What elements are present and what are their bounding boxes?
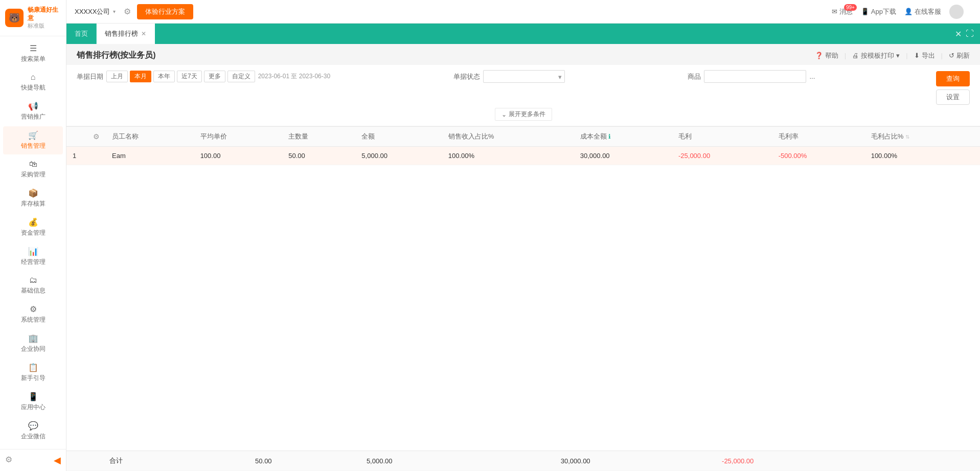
app-label: App下载 [871,7,896,16]
tab-close-icon[interactable]: ✕ [141,30,146,37]
page-content: 销售排行榜(按业务员) ❓ 帮助 | 🖨 按模板打印 ▾ | ⬇ 导出 | [66,44,980,471]
sidebar-item-operations[interactable]: 📊 经营管理 [3,242,63,271]
status-select[interactable] [483,70,565,83]
sidebar-icon-marketing: 📢 [28,101,38,111]
export-label: 导出 [922,51,935,60]
th-sales-pct: 销售收入占比% [442,127,574,147]
table-footer: 合计 50.00 5,000.00 30,000.00 -25,000.00 [66,451,980,471]
sidebar: 🐻 畅康通好生意 标准版 ☰ 搜索菜单 ⌂ 快捷导航 📢 营销推广 🛒 销售管理… [0,0,66,471]
sidebar-icon-guide: 📋 [28,363,38,372]
tab-home-label: 首页 [75,29,88,38]
tab-sales-ranking-label: 销售排行榜 [105,29,138,38]
sidebar-item-marketing[interactable]: 📢 营销推广 [3,97,63,125]
sidebar-icon-enterprise-wechat: 💬 [28,421,38,431]
expand-conditions-btn[interactable]: ⌄ 展开更多条件 [495,108,552,121]
table-header-row: ⚙ 员工名称 平均单价 主数量 全额 销售收入占比% 成本全额 ℹ 毛利 毛利率 [66,127,980,147]
sidebar-label-base-info: 基础信息 [21,286,45,295]
row-main-qty: 50.00 [282,147,355,165]
avatar[interactable] [949,5,964,19]
sidebar-item-guide[interactable]: 📋 新手引导 [3,358,63,387]
tab-home[interactable]: 首页 [66,24,97,44]
tabbar-actions: ✕ ⛶ [955,29,980,39]
message-btn[interactable]: ✉ 消息 99+ [832,7,853,16]
row-cost-amount: 30,000.00 [574,147,672,165]
collapse-icon[interactable]: ◀ [54,455,61,466]
sidebar-item-base-info[interactable]: 🗂 基础信息 [3,272,63,299]
footer-main-qty: 50.00 [249,451,360,471]
tab-close-window-icon[interactable]: ✕ [955,29,962,39]
th-employee: 员工名称 [106,127,194,147]
sidebar-item-enterprise[interactable]: 🏢 企业协同 [3,329,63,357]
company-name: XXXXX公司 [75,7,110,16]
cost-help-icon[interactable]: ℹ [608,133,611,140]
date-range-display: 2023-06-01 至 2023-06-30 [258,72,330,81]
page-actions: ❓ 帮助 | 🖨 按模板打印 ▾ | ⬇ 导出 | ↺ 刷新 [815,51,970,60]
th-main-qty: 主数量 [282,127,355,147]
row-amount: 5,000.00 [355,147,442,165]
sidebar-label-sales: 销售管理 [21,142,45,150]
company-dropdown-icon: ▾ [113,9,116,14]
sidebar-item-enterprise-wechat[interactable]: 💬 企业微信 [3,417,63,445]
service-btn[interactable]: 👤 在线客服 [904,7,941,16]
period-btn-more[interactable]: 更多 [204,71,225,82]
sidebar-item-search-order[interactable]: ☰ 搜索菜单 [3,39,63,68]
row-index: 1 [66,147,87,165]
footer-gross-profit: -25,000.00 [716,451,885,471]
sidebar-item-finance[interactable]: 💰 资金管理 [3,213,63,241]
gross-sort-icon[interactable]: ⇅ [905,134,909,140]
logo-area: 🐻 畅康通好生意 标准版 [0,0,66,36]
sidebar-item-system[interactable]: ⚙ 系统管理 [3,300,63,328]
tab-sales-ranking[interactable]: 销售排行榜 ✕ [97,24,155,44]
app-download-btn[interactable]: 📱 App下载 [861,7,896,16]
refresh-label: 刷新 [956,51,970,60]
sidebar-icon-operations: 📊 [28,246,38,256]
export-btn[interactable]: ⬇ 导出 [914,51,935,60]
data-table-container: ⚙ 员工名称 平均单价 主数量 全额 销售收入占比% 成本全额 ℹ 毛利 毛利率 [66,126,980,451]
sidebar-label-system: 系统管理 [21,316,45,324]
sidebar-label-quick-nav: 快捷导航 [21,83,45,92]
period-btn-7days[interactable]: 近7天 [177,71,202,82]
settings-icon[interactable]: ⚙ [5,455,12,466]
sidebar-item-inventory[interactable]: 📦 库存核算 [3,184,63,212]
sidebar-label-purchase: 采购管理 [21,170,45,179]
sidebar-icon-search-order: ☰ [30,43,37,53]
topbar-gear-icon[interactable]: ⚙ [124,7,131,16]
sidebar-icon-quick-nav: ⌂ [31,73,36,82]
table-row: 1 Eam 100.00 50.00 5,000.00 100.00% 30,0… [66,147,980,165]
service-label: 在线客服 [915,7,941,16]
sidebar-item-quick-nav[interactable]: ⌂ 快捷导航 [3,69,63,96]
period-btn-this-year[interactable]: 本年 [153,71,175,82]
export-icon: ⬇ [914,52,920,59]
refresh-icon: ↺ [949,52,954,59]
main-area: XXXXX公司 ▾ ⚙ 体验行业方案 ✉ 消息 99+ 📱 App下载 👤 在线… [66,0,980,471]
sidebar-item-app-center[interactable]: 📱 应用中心 [3,388,63,416]
sidebar-label-enterprise: 企业协同 [21,345,45,353]
template-print-btn[interactable]: 🖨 按模板打印 ▾ [852,51,900,60]
goods-input[interactable] [704,70,806,83]
help-link[interactable]: ❓ 帮助 [815,51,838,60]
message-icon: ✉ [832,8,837,15]
period-btn-last-month[interactable]: 上月 [106,71,128,82]
tabbar: 首页 销售排行榜 ✕ ✕ ⛶ [66,24,980,44]
app-icon: 📱 [861,8,869,15]
status-label: 单据状态 [453,72,480,81]
more-filter-btn[interactable]: ... [809,73,815,80]
query-btn[interactable]: 查询 [936,71,970,86]
th-gross-rate: 毛利率 [772,127,865,147]
period-btn-custom[interactable]: 自定义 [227,71,255,82]
tab-expand-icon[interactable]: ⛶ [966,29,974,38]
refresh-btn[interactable]: ↺ 刷新 [949,51,970,60]
print-icon: 🖨 [852,52,859,59]
help-label: 帮助 [825,51,838,60]
sidebar-item-purchase[interactable]: 🛍 采购管理 [3,155,63,183]
settings-btn[interactable]: 设置 [936,89,970,105]
sidebar-icon-base-info: 🗂 [29,276,37,285]
company-selector[interactable]: XXXXX公司 ▾ [75,7,116,16]
sidebar-item-sales[interactable]: 🛒 销售管理 [3,126,63,154]
row-avg-price: 100.00 [194,147,283,165]
column-settings-icon[interactable]: ⚙ [93,132,100,141]
footer-table: 合计 50.00 5,000.00 30,000.00 -25,000.00 [66,451,980,471]
period-btn-this-month[interactable]: 本月 [130,71,151,82]
industry-btn[interactable]: 体验行业方案 [137,4,193,19]
footer-amount: 5,000.00 [360,451,507,471]
